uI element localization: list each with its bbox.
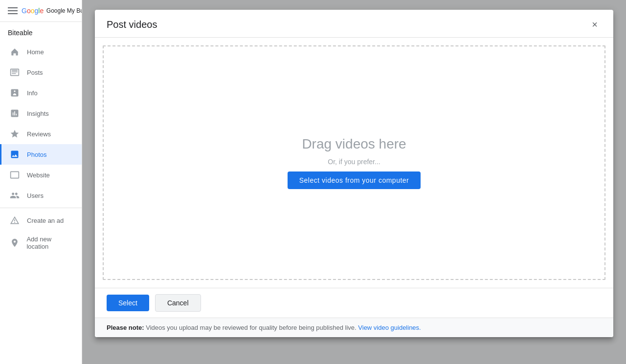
users-icon (9, 190, 20, 201)
modal-body: Drag videos here Or, if you prefer... Se… (95, 38, 613, 288)
sidebar-item-create-ad[interactable]: Create an ad (0, 210, 82, 231)
reviews-label: Reviews (27, 130, 51, 138)
create-ad-icon (9, 215, 20, 226)
video-drop-zone[interactable]: Drag videos here Or, if you prefer... Se… (103, 45, 605, 280)
posts-icon (9, 67, 20, 78)
posts-label: Posts (27, 69, 43, 76)
sidebar-item-insights[interactable]: Insights (0, 103, 82, 124)
close-button[interactable]: × (588, 18, 602, 31)
sidebar-item-posts[interactable]: Posts (0, 62, 82, 83)
create-ad-label: Create an ad (27, 217, 64, 224)
select-button[interactable]: Select (107, 295, 149, 311)
reviews-icon (9, 128, 20, 139)
hamburger-icon[interactable] (8, 6, 18, 16)
google-logo: Google Google My Business (22, 7, 82, 15)
sidebar-divider (0, 208, 82, 208)
sidebar-item-home[interactable]: Home (0, 42, 82, 62)
business-name: Biteable (0, 22, 82, 42)
photos-label: Photos (27, 151, 46, 158)
sidebar-header: Google Google My Business (0, 0, 82, 22)
website-icon (9, 170, 20, 180)
cancel-button[interactable]: Cancel (155, 294, 201, 312)
select-videos-button[interactable]: Select videos from your computer (288, 171, 421, 189)
sidebar-item-reviews[interactable]: Reviews (0, 124, 82, 144)
drop-zone-or-text: Or, if you prefer... (328, 158, 380, 166)
photos-icon (9, 149, 20, 160)
modal-header: Post videos × (95, 10, 613, 38)
info-icon (9, 87, 20, 98)
website-label: Website (27, 171, 50, 179)
drop-zone-title: Drag videos here (302, 136, 406, 152)
home-label: Home (27, 48, 44, 56)
sidebar-item-info[interactable]: Info (0, 83, 82, 103)
sidebar-item-website[interactable]: Website (0, 165, 82, 185)
info-label: Info (27, 89, 38, 97)
note-prefix: Please note: (107, 324, 144, 331)
add-location-icon (9, 237, 20, 248)
users-label: Users (27, 192, 44, 199)
note-text: Videos you upload may be reviewed for qu… (146, 324, 358, 331)
modal-title: Post videos (107, 19, 157, 30)
sidebar: Google Google My Business Biteable Home … (0, 0, 82, 364)
modal-overlay: Post videos × Drag videos here Or, if yo… (82, 0, 626, 364)
sidebar-item-add-location[interactable]: Add new location (0, 231, 82, 255)
home-icon (9, 46, 20, 57)
post-videos-modal: Post videos × Drag videos here Or, if yo… (95, 10, 613, 337)
modal-note: Please note: Videos you upload may be re… (95, 318, 613, 337)
add-location-label: Add new location (26, 236, 74, 250)
insights-icon (9, 108, 20, 119)
main-content: Post videos × Drag videos here Or, if yo… (82, 0, 626, 364)
sidebar-item-users[interactable]: Users (0, 185, 82, 206)
insights-label: Insights (27, 110, 49, 117)
modal-footer: Select Cancel (95, 288, 613, 318)
sidebar-item-photos[interactable]: Photos (0, 144, 82, 165)
video-guidelines-link[interactable]: View video guidelines. (358, 324, 421, 331)
